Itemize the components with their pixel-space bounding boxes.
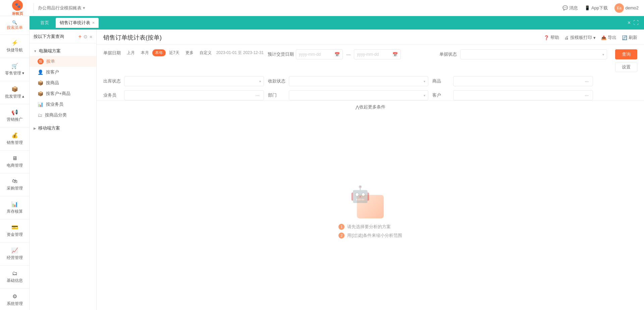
- scheme-item-by-customer[interactable]: 👤 按客户: [30, 67, 96, 78]
- empty-tip-1: 1 请先选择要分析的方案: [338, 224, 402, 230]
- scheme-item-by-order[interactable]: 按 按单: [30, 56, 96, 67]
- ship-status-label: 出库状态: [103, 78, 122, 84]
- minimize-btn[interactable]: ×: [628, 20, 631, 26]
- refresh-btn[interactable]: 🔄 刷新: [622, 35, 637, 41]
- sidebar-item-operations[interactable]: 📈 经营管理: [0, 243, 29, 266]
- date-range-display: 2023-01-01 至 2023-12-31: [216, 50, 264, 56]
- maximize-btn[interactable]: ⛶: [633, 20, 639, 26]
- scheme-panel-header: 按以下方案查询 + ⊙ «: [30, 34, 96, 43]
- mobile-group-arrow: ▶: [34, 126, 36, 130]
- logo-icon: 🐾: [12, 0, 23, 11]
- pc-group-title[interactable]: ▼ 电脑端方案: [30, 46, 96, 56]
- sidebar-item-finance[interactable]: 💳 资金管理: [0, 219, 29, 243]
- salesman-dots-btn[interactable]: ···: [254, 92, 261, 99]
- page-header: 销售订单统计表(按单) ❓ 帮助 🖨 按模板打印 ▾ 📤: [97, 30, 644, 45]
- calendar-icon-2: 📅: [392, 52, 398, 57]
- tab-close-btn[interactable]: ×: [92, 20, 95, 25]
- pay-status-label: 收款状态: [268, 78, 287, 84]
- settings-btn[interactable]: 设置: [615, 62, 637, 72]
- app-download-btn[interactable]: 📱 App下载: [585, 5, 608, 11]
- filter-section: 单据日期 上月 本月 本年 近7天 更多 自定义 2023-01-01 至 20…: [97, 45, 644, 100]
- date-7days-btn[interactable]: 近7天: [166, 49, 182, 56]
- product-filter: 商品 ···: [432, 76, 593, 86]
- sidebar-item-quick-nav[interactable]: ⚡ 快捷导航: [0, 35, 29, 58]
- empty-char: 🤖: [350, 185, 370, 204]
- message-icon: 💬: [562, 5, 568, 10]
- scheme-icon-customer: 👤: [38, 69, 43, 75]
- salesman-select[interactable]: ···: [124, 90, 264, 100]
- forecast-date-label: 预计交货日期: [268, 51, 294, 57]
- customer-filter: 客户 ···: [432, 90, 593, 100]
- ship-status-select[interactable]: ▾: [124, 76, 264, 86]
- tab-home[interactable]: 首页: [35, 18, 54, 28]
- dept-filter: 部门 ▾: [268, 90, 429, 100]
- dept-arrow: ▾: [424, 94, 425, 97]
- app-logo[interactable]: 🐾 标账页: [5, 0, 30, 16]
- empty-tip-2: 2 用[过滤]条件来缩小分析范围: [338, 232, 402, 239]
- content-area: 按以下方案查询 + ⊙ « ▼ 电脑端方案 按 按单: [30, 30, 644, 310]
- customer-select[interactable]: ···: [453, 90, 593, 100]
- message-btn[interactable]: 💬 消息: [562, 5, 578, 11]
- edit-scheme-btn[interactable]: ⊙: [84, 34, 88, 39]
- date-curr-month-btn[interactable]: 本月: [138, 49, 152, 56]
- sidebar-item-retail[interactable]: 🛒 零售管理 ▾: [0, 58, 29, 81]
- scheme-panel-title: 按以下方案查询: [34, 34, 64, 40]
- pc-scheme-group: ▼ 电脑端方案 按 按单 👤 按客户 📦 按商品: [30, 46, 96, 120]
- tab-active[interactable]: 销售订单统计表 ×: [56, 18, 99, 28]
- date-prev-month-btn[interactable]: 上月: [124, 49, 138, 56]
- date-custom-btn[interactable]: 自定义: [197, 49, 214, 56]
- help-btn[interactable]: ❓ 帮助: [544, 35, 559, 41]
- doc-status-select[interactable]: ▾: [460, 49, 607, 59]
- help-icon: ❓: [544, 35, 549, 40]
- collapse-filters-btn[interactable]: ⋀ 收起更多条件: [97, 100, 644, 113]
- sidebar-item-wholesale[interactable]: 📦 批发管理 ▴: [0, 81, 29, 104]
- product-select[interactable]: ···: [453, 76, 593, 86]
- product-label: 商品: [432, 78, 451, 84]
- dept-label: 部门: [268, 92, 287, 98]
- add-scheme-btn[interactable]: +: [78, 34, 82, 40]
- pay-status-arrow: ▾: [424, 80, 425, 83]
- scheme-icon-product: 📦: [38, 80, 43, 86]
- date-curr-year-btn[interactable]: 本年: [152, 49, 166, 56]
- sidebar-item-ecommerce[interactable]: 🖥 电商管理: [0, 151, 29, 173]
- sidebar-item-inventory[interactable]: 📊 库存核算: [0, 196, 29, 219]
- app-title-dropdown-icon[interactable]: ▾: [83, 5, 85, 10]
- query-btn[interactable]: 查询: [615, 49, 637, 59]
- scheme-item-by-salesman[interactable]: 📊 按业务员: [30, 99, 96, 110]
- product-dots-btn[interactable]: ···: [583, 78, 590, 85]
- dept-select[interactable]: ▾: [289, 90, 429, 100]
- date-more-btn[interactable]: 更多: [183, 49, 196, 56]
- print-btn[interactable]: 🖨 按模板打印 ▾: [565, 35, 596, 41]
- empty-state: 🤖 1 请先选择要分析的方案 2 用[过滤]条件来缩小分析范围: [97, 113, 644, 310]
- app-title: 办公用品行业模拟账表 ▾: [38, 5, 562, 11]
- sidebar: 🔍 搜索菜单 ⚡ 快捷导航 🛒 零售管理 ▾ 📦 批发管理 ▴ 📢 营销推广 💰…: [0, 16, 30, 310]
- user-profile[interactable]: Ea demo2: [614, 3, 639, 13]
- sidebar-item-purchase[interactable]: 🛍 采购管理: [0, 173, 29, 196]
- forecast-date-end[interactable]: yyyy-mm-dd 📅: [354, 49, 401, 59]
- scheme-item-by-cust-prod[interactable]: 📦 按客户+商品: [30, 88, 96, 99]
- sidebar-item-system[interactable]: ⚙ 系统管理: [0, 289, 29, 310]
- collapse-icon: ⋀: [356, 105, 359, 110]
- sidebar-item-base[interactable]: 🗂 基础信息: [0, 266, 29, 289]
- scheme-icon-category: 🗂: [38, 112, 42, 118]
- filter-row-3: 业务员 ··· 部门 ▾: [103, 90, 637, 100]
- collapse-scheme-btn[interactable]: «: [90, 34, 92, 39]
- customer-dots-btn[interactable]: ···: [583, 92, 590, 99]
- search-menu-btn[interactable]: 🔍 搜索菜单: [0, 16, 29, 35]
- sidebar-item-marketing[interactable]: 📢 营销推广: [0, 104, 29, 127]
- sidebar-item-sales[interactable]: 💰 销售管理: [0, 127, 29, 151]
- filter-row-2: 出库状态 ▾ 收款状态 ▾: [103, 76, 637, 86]
- calendar-icon: 📅: [334, 52, 340, 57]
- tip-num-1: 1: [338, 224, 344, 230]
- export-btn[interactable]: 📤 导出: [601, 35, 616, 41]
- page-header-actions: ❓ 帮助 🖨 按模板打印 ▾ 📤 导出 🔄: [544, 35, 637, 41]
- forecast-date-start[interactable]: yyyy-mm-dd 📅: [296, 49, 343, 59]
- empty-illustration: 🤖: [350, 185, 390, 218]
- mobile-group-title[interactable]: ▶ 移动端方案: [30, 123, 96, 133]
- scheme-item-by-category[interactable]: 🗂 按商品分类: [30, 110, 96, 120]
- layout: 🔍 搜索菜单 ⚡ 快捷导航 🛒 零售管理 ▾ 📦 批发管理 ▴ 📢 营销推广 💰…: [0, 16, 644, 310]
- pay-status-select[interactable]: ▾: [289, 76, 429, 86]
- doc-status-filter: 单据状态 ▾: [439, 49, 607, 59]
- scheme-item-by-product[interactable]: 📦 按商品: [30, 78, 96, 88]
- scheme-icon-salesman: 📊: [38, 102, 43, 107]
